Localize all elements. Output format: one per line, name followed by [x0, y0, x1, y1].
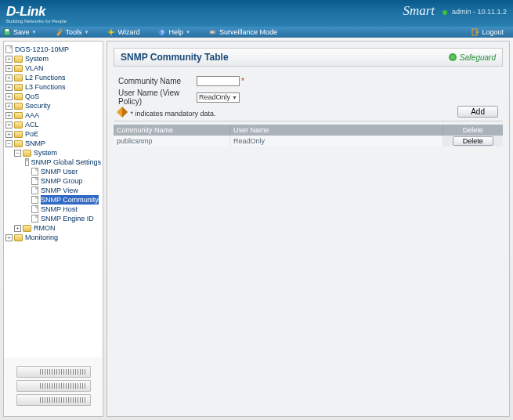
expand-icon[interactable]: + [5, 103, 13, 110]
expand-icon[interactable]: + [5, 93, 13, 100]
tree-label: System [34, 148, 57, 158]
tree-qos[interactable]: +QoS [5, 92, 101, 101]
folder-icon [14, 93, 23, 100]
tree-label: SNMP [25, 139, 45, 148]
th-user: User Name [230, 125, 443, 136]
help-menu[interactable]: ? Help ▼ [158, 28, 190, 36]
tree-monitoring[interactable]: +Monitoring [5, 233, 101, 242]
switch-icon [16, 366, 91, 378]
folder-open-icon [23, 150, 31, 157]
collapse-icon[interactable]: − [5, 140, 13, 147]
chevron-down-icon: ▼ [232, 95, 237, 100]
expand-icon[interactable]: + [5, 234, 13, 241]
tree-snmp-view[interactable]: SNMP View [5, 186, 101, 195]
folder-open-icon [14, 140, 23, 147]
svg-rect-5 [210, 31, 215, 34]
delete-button[interactable]: Delete [453, 136, 493, 146]
tree-label: SNMP User [41, 167, 78, 176]
tree-snmp-community[interactable]: SNMP Community [5, 195, 101, 205]
help-icon: ? [158, 28, 166, 36]
chevron-down-icon: ▼ [186, 30, 190, 34]
safeguard-label: Safeguard [460, 53, 496, 62]
expand-icon[interactable]: + [5, 131, 13, 138]
expand-icon[interactable]: + [5, 121, 13, 129]
collapse-icon[interactable]: − [14, 150, 21, 157]
tree-label: SNMP Community [41, 195, 99, 205]
tree-label: PoE [25, 129, 38, 139]
page-icon [31, 186, 38, 194]
toolbar-right: Logout [471, 28, 510, 36]
brand-logo: D-Link Building Networks for People [6, 4, 67, 24]
tree-vlan[interactable]: +VLAN [5, 63, 101, 73]
save-menu[interactable]: Save ▼ [3, 28, 36, 36]
smart-logo: Smart [403, 3, 435, 19]
logout-icon [471, 28, 479, 36]
tree-system[interactable]: +System [5, 54, 101, 63]
add-button[interactable]: Add [457, 106, 498, 118]
folder-icon [23, 225, 31, 232]
tree-label: ACL [25, 120, 39, 129]
logout-label: Logout [482, 28, 504, 36]
tree-snmp-engine[interactable]: SNMP Engine ID [5, 214, 101, 223]
tree-label: SNMP Group [41, 176, 82, 186]
expand-icon[interactable]: + [5, 56, 13, 63]
logout-button[interactable]: Logout [471, 28, 504, 36]
tree-acl[interactable]: +ACL [5, 120, 101, 129]
expand-icon[interactable]: + [5, 84, 13, 91]
mandatory-text: * indicates mandatory data. [131, 110, 216, 118]
tree-label: SNMP Host [41, 205, 78, 214]
username-select[interactable]: ReadOnly ▼ [197, 92, 240, 103]
expand-icon[interactable]: + [5, 74, 13, 81]
tree-aaa[interactable]: +AAA [5, 110, 101, 120]
chevron-down-icon: ▼ [32, 30, 37, 34]
community-name-label: Community Name [118, 77, 197, 85]
tree-snmp-user[interactable]: SNMP User [5, 167, 101, 176]
tree-snmp-system[interactable]: −System [5, 148, 101, 158]
tree-label: SNMP View [41, 186, 78, 195]
tree-snmp[interactable]: −SNMP [5, 139, 101, 148]
folder-icon [14, 103, 23, 110]
tree-root[interactable]: DGS-1210-10MP [5, 45, 101, 54]
folder-icon [14, 56, 23, 63]
tree-rmon[interactable]: +RMON [5, 223, 101, 233]
wizard-button[interactable]: Wizard [107, 28, 139, 36]
folder-icon [14, 121, 23, 129]
pencil-icon [117, 107, 128, 118]
tree-poe[interactable]: +PoE [5, 129, 101, 139]
tree-label: L3 Functions [25, 82, 66, 92]
tree-l2[interactable]: +L2 Functions [5, 73, 101, 82]
tree-l3[interactable]: +L3 Functions [5, 82, 101, 92]
device-icon [5, 45, 13, 53]
th-delete: Delete [443, 125, 503, 136]
save-label: Save [13, 28, 30, 36]
page-icon [25, 158, 28, 166]
save-icon [3, 28, 11, 36]
tree-label: System [25, 54, 49, 63]
svg-rect-1 [5, 29, 9, 31]
community-table: Community Name User Name Delete publicsn… [114, 125, 503, 147]
tools-menu[interactable]: Tools ▼ [55, 28, 89, 36]
form-area: Community Name * User Name (View Policy)… [114, 73, 503, 121]
page-icon [31, 168, 38, 176]
safeguard-badge: Safeguard [449, 53, 496, 62]
expand-icon[interactable]: + [14, 225, 21, 232]
switch-icon [16, 380, 91, 392]
expand-icon[interactable]: + [5, 112, 13, 119]
chevron-down-icon: ▼ [84, 30, 89, 34]
tree-label: L2 Functions [25, 73, 66, 82]
main-content: SNMP Community Table Safeguard Community… [107, 41, 510, 417]
tree-snmp-host[interactable]: SNMP Host [5, 205, 101, 214]
admin-info: admin - 10.11.1.2 [443, 8, 507, 16]
switch-icon [16, 394, 91, 406]
expand-icon[interactable]: + [5, 65, 13, 72]
tree-label: VLAN [25, 63, 44, 73]
folder-icon [14, 84, 23, 91]
wizard-label: Wizard [117, 28, 139, 36]
status-dot-icon [443, 10, 447, 15]
community-name-input[interactable] [197, 76, 240, 86]
tree-security[interactable]: +Security [5, 101, 101, 110]
folder-icon [14, 74, 23, 81]
tree-snmp-group[interactable]: SNMP Group [5, 176, 101, 186]
surveillance-button[interactable]: Surveillance Mode [209, 28, 277, 36]
tree-snmp-global[interactable]: SNMP Global Settings [5, 158, 101, 167]
